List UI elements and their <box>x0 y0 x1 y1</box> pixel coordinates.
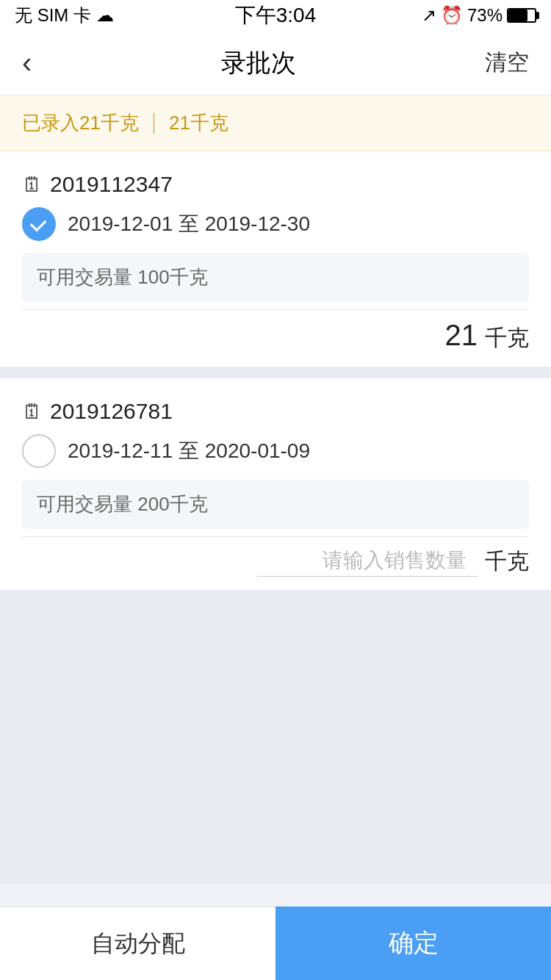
item-row-2[interactable]: 2019-12-11 至 2020-01-09 <box>0 430 551 475</box>
item-row-1[interactable]: 2019-12-01 至 2019-12-30 <box>0 203 551 248</box>
item-card-2: 🗓 2019126781 2019-12-11 至 2020-01-09 可用交… <box>0 378 551 590</box>
item-card-1: 🗓 2019112347 2019-12-01 至 2019-12-30 可用交… <box>0 151 551 367</box>
item-header-2: 🗓 2019126781 <box>0 378 551 430</box>
item-amount-row-1: 21 千克 <box>0 310 551 367</box>
banner-label: 已录入21千克 <box>22 110 139 136</box>
item-availability-2: 可用交易量 200千克 <box>22 480 529 529</box>
page-title: 录批次 <box>221 46 296 80</box>
item-icon-1: 🗓 <box>22 173 43 197</box>
banner-divider <box>154 113 154 134</box>
input-unit-2: 千克 <box>485 547 529 577</box>
battery-label: 73% <box>467 5 503 26</box>
status-bar: 无 SIM 卡 ☁ 下午3:04 ↗ ⏰ 73% <box>0 0 551 31</box>
quantity-input-2[interactable] <box>257 546 478 577</box>
status-banner: 已录入21千克 21千克 <box>0 96 551 151</box>
banner-value: 21千克 <box>169 110 228 136</box>
auto-distribute-label: 自动分配 <box>91 928 185 960</box>
item-date-1: 2019-12-01 至 2019-12-30 <box>68 210 310 238</box>
status-left: 无 SIM 卡 ☁ <box>15 4 114 27</box>
input-row-2: 千克 <box>0 537 551 590</box>
item-icon-2: 🗓 <box>22 400 43 424</box>
back-button[interactable]: ‹ <box>22 46 32 79</box>
empty-area <box>0 590 551 884</box>
sim-label: 无 SIM 卡 ☁ <box>15 4 114 27</box>
radio-1[interactable] <box>22 207 56 241</box>
bottom-bar: 自动分配 确定 <box>0 907 551 980</box>
battery-icon <box>507 8 536 23</box>
item-date-2: 2019-12-11 至 2020-01-09 <box>68 437 310 465</box>
nav-bar: ‹ 录批次 清空 <box>0 31 551 96</box>
item-header-1: 🗓 2019112347 <box>0 151 551 203</box>
section-separator <box>0 367 551 378</box>
status-time: 下午3:04 <box>235 1 317 29</box>
auto-distribute-button[interactable]: 自动分配 <box>0 907 276 980</box>
item-availability-1: 可用交易量 100千克 <box>22 253 529 302</box>
radio-2[interactable] <box>22 434 56 468</box>
amount-unit-1: 千克 <box>485 323 529 353</box>
clear-button[interactable]: 清空 <box>485 48 529 78</box>
amount-value-1: 21 <box>445 319 478 352</box>
item-id-1: 2019112347 <box>50 172 173 197</box>
status-right: ↗ ⏰ 73% <box>422 5 536 26</box>
confirm-button[interactable]: 确定 <box>276 907 551 980</box>
location-icon: ↗ <box>422 5 436 26</box>
confirm-label: 确定 <box>389 926 439 960</box>
item-id-2: 2019126781 <box>50 399 173 424</box>
alarm-icon: ⏰ <box>441 5 463 26</box>
